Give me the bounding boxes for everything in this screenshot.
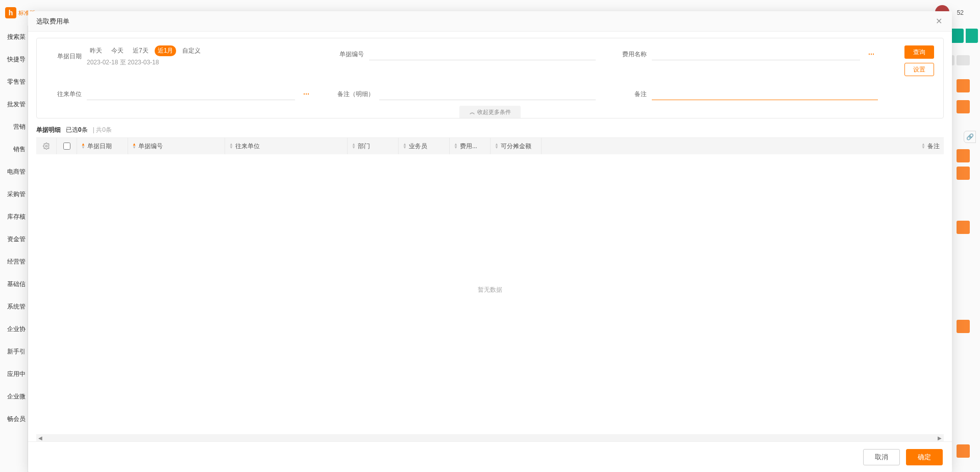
table: ▲▼ 单据日期 ▲▼ 单据编号 ▲▼ 往来单位 ▲▼ 部门 ▲▼ 业务员 [36, 137, 944, 441]
close-icon[interactable]: ✕ [934, 16, 944, 27]
col-date[interactable]: ▲▼ 单据日期 [77, 138, 128, 154]
modal-title: 选取费用单 [36, 17, 69, 26]
list-selected: 已选0条 [66, 126, 88, 134]
date-preset-today[interactable]: 今天 [108, 45, 127, 56]
doc-no-input[interactable] [369, 48, 595, 60]
collapse-conditions[interactable]: ︽ 收起更多条件 [459, 106, 521, 118]
filter-fee-name: 费用名称 ⋯ [611, 45, 878, 63]
filter-partner: 往来单位 ⋯ [46, 85, 313, 103]
settings-button[interactable]: 设置 [904, 63, 934, 76]
table-header: ▲▼ 单据日期 ▲▼ 单据编号 ▲▼ 往来单位 ▲▼ 部门 ▲▼ 业务员 [36, 138, 944, 154]
filter-note-detail: 备注（明细） [328, 85, 595, 103]
col-alloc[interactable]: ▲▼ 可分摊金额 [491, 138, 542, 154]
filter-doc-no-label: 单据编号 [328, 50, 364, 59]
sort-icon[interactable]: ▲▼ [495, 143, 499, 149]
partner-input[interactable] [87, 88, 295, 100]
list-total: | 共0条 [93, 126, 112, 134]
sort-icon[interactable]: ▲▼ [81, 143, 85, 149]
note-detail-input[interactable] [379, 88, 595, 100]
sort-icon[interactable]: ▲▼ [921, 143, 925, 149]
fee-name-lookup-icon[interactable]: ⋯ [865, 51, 878, 58]
filter-fee-name-label: 费用名称 [611, 50, 647, 59]
sort-icon[interactable]: ▲▼ [352, 143, 356, 149]
filter-panel: 单据日期 昨天 今天 近7天 近1月 自定义 2023-02-18 至 2023… [36, 38, 944, 119]
sort-icon[interactable]: ▲▼ [454, 143, 458, 149]
col-fee[interactable]: ▲▼ 费用... [450, 138, 491, 154]
sort-icon[interactable]: ▲▼ [229, 143, 233, 149]
date-preset-1m[interactable]: 近1月 [155, 45, 177, 56]
chevron-up-icon: ︽ [470, 108, 475, 116]
filter-date-label: 单据日期 [46, 52, 82, 61]
col-doc-no[interactable]: ▲▼ 单据编号 [128, 138, 225, 154]
modal-header: 选取费用单 ✕ [28, 11, 952, 32]
date-preset-custom[interactable]: 自定义 [179, 45, 204, 56]
modal-body: 单据日期 昨天 今天 近7天 近1月 自定义 2023-02-18 至 2023… [28, 32, 952, 441]
col-note[interactable]: ▲▼ 备注 [542, 138, 944, 154]
sort-icon[interactable]: ▲▼ [132, 143, 136, 149]
select-all-checkbox[interactable] [57, 138, 77, 154]
partner-lookup-icon[interactable]: ⋯ [300, 90, 313, 98]
column-settings-icon[interactable] [36, 138, 57, 154]
col-agent[interactable]: ▲▼ 业务员 [399, 138, 450, 154]
horizontal-scrollbar[interactable]: ◀ ▶ [36, 434, 944, 441]
filter-partner-label: 往来单位 [46, 90, 82, 99]
modal-footer: 取消 确定 [28, 441, 952, 472]
scroll-left-icon[interactable]: ◀ [37, 435, 43, 441]
filter-note: 备注 [611, 85, 878, 103]
list-title: 单据明细 [36, 126, 61, 134]
date-range-text: 2023-02-18 至 2023-03-18 [87, 58, 204, 67]
ok-button[interactable]: 确定 [906, 449, 943, 465]
fee-name-input[interactable] [652, 48, 860, 60]
filter-note-detail-label: 备注（明细） [328, 90, 374, 99]
note-input[interactable] [652, 88, 878, 100]
filter-note-label: 备注 [611, 90, 647, 99]
filter-date: 单据日期 昨天 今天 近7天 近1月 自定义 2023-02-18 至 2023… [46, 45, 313, 67]
cancel-button[interactable]: 取消 [863, 449, 900, 465]
svg-point-0 [45, 145, 47, 147]
modal: 选取费用单 ✕ 单据日期 昨天 今天 近7天 近1月 自定义 [28, 11, 952, 472]
col-dept[interactable]: ▲▼ 部门 [348, 138, 399, 154]
filter-doc-no: 单据编号 [328, 45, 595, 63]
date-preset-yesterday[interactable]: 昨天 [87, 45, 105, 56]
date-preset-7d[interactable]: 近7天 [130, 45, 152, 56]
query-button[interactable]: 查询 [904, 45, 934, 59]
sort-icon[interactable]: ▲▼ [403, 143, 407, 149]
date-presets: 昨天 今天 近7天 近1月 自定义 [87, 45, 204, 56]
empty-state: 暂无数据 [478, 286, 502, 294]
scroll-right-icon[interactable]: ▶ [937, 435, 943, 441]
collapse-label: 收起更多条件 [477, 108, 511, 116]
list-header: 单据明细 已选0条 | 共0条 [36, 126, 944, 134]
col-partner[interactable]: ▲▼ 往来单位 [225, 138, 348, 154]
